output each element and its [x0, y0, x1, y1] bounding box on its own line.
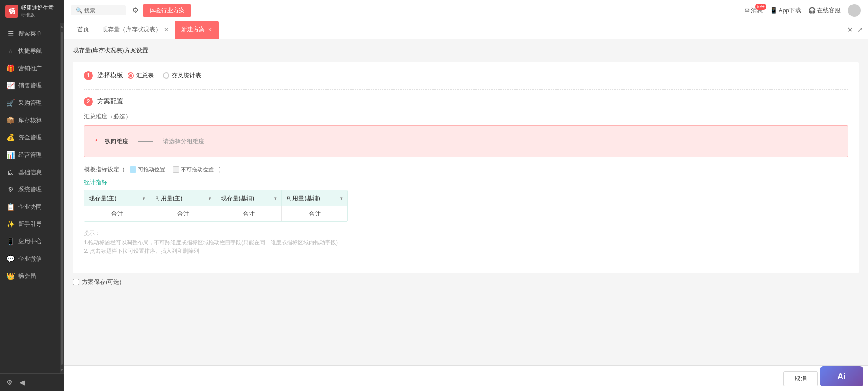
- sidebar-item-label: 新手引导: [18, 220, 42, 228]
- tips-item-1: 2. 点击标题栏下拉可设置排序、插入列和删除列: [84, 247, 848, 255]
- sidebar-item-search-menu[interactable]: ☰ 搜索菜单: [0, 25, 60, 42]
- app-logo: 畅 畅康通好生意 标准版: [0, 0, 64, 23]
- user-avatar[interactable]: [848, 4, 861, 17]
- help-icon[interactable]: ◀: [20, 378, 25, 386]
- tips-title: 提示：: [84, 229, 848, 237]
- app-download-button[interactable]: 📱 App下载: [770, 6, 801, 15]
- tab-new-scheme[interactable]: 新建方案 ✕: [175, 21, 219, 39]
- step2-title: 方案配置: [97, 98, 123, 106]
- search-input[interactable]: [84, 7, 121, 14]
- cancel-button[interactable]: 取消: [783, 371, 818, 386]
- legend-draggable: 可拖动位置: [130, 166, 165, 174]
- col-chevron-1[interactable]: ▾: [209, 196, 211, 201]
- col-chevron-2[interactable]: ▾: [274, 196, 277, 201]
- radio-summary[interactable]: 汇总表: [128, 72, 154, 80]
- headset-icon: 🎧: [808, 7, 816, 14]
- sidebar-scrollbar[interactable]: ▲ ▼: [60, 23, 64, 373]
- radio-cross[interactable]: 交叉统计表: [163, 72, 201, 80]
- sidebar-item-label: 经营管理: [18, 151, 42, 159]
- online-service-button[interactable]: 🎧 在线客服: [808, 6, 841, 15]
- sidebar-bottom: ⚙ ◀: [0, 373, 64, 391]
- tab-inventory-label: 现存量（库存状况表）: [102, 26, 161, 34]
- indicator-section: 模板指标设定（ 可拖动位置 不可拖动位置 ）: [84, 165, 848, 222]
- chat-icon: 💬: [6, 255, 15, 263]
- dimension-label: 汇总维度（必选）: [84, 113, 848, 121]
- save-checkbox[interactable]: [73, 279, 79, 285]
- tab-home[interactable]: 首页: [71, 21, 96, 39]
- radio-summary-label: 汇总表: [136, 72, 154, 80]
- sidebar-item-operations[interactable]: 📊 经营管理: [0, 146, 60, 164]
- radio-summary-circle: [128, 72, 134, 79]
- step2-header: 2 方案配置: [84, 97, 848, 106]
- legend-fixed: 不可拖动位置: [173, 166, 214, 174]
- sidebar-item-enterprise[interactable]: 📋 企业协同: [0, 198, 60, 216]
- template-radio-group: 汇总表 交叉统计表: [128, 72, 201, 80]
- expand-window-icon[interactable]: ⤢: [857, 26, 863, 34]
- save-option: 方案保存(可选): [73, 278, 859, 286]
- main-area: 🔍 ⚙ 体验行业方案 ✉ 消息 99+ 📱 App下载 🎧 在线客服 首: [64, 0, 868, 391]
- sidebar-item-marketing[interactable]: 🎁 营销推广: [0, 60, 60, 77]
- sidebar-item-new-guide[interactable]: ✨ 新手引导: [0, 216, 60, 233]
- sidebar-item-system[interactable]: ⚙ 系统管理: [0, 181, 60, 198]
- sidebar-item-label: 采购管理: [18, 99, 42, 107]
- sidebar-item-label: 企业微信: [18, 255, 42, 263]
- col-chevron-3[interactable]: ▾: [340, 196, 343, 201]
- scroll-thumb[interactable]: [61, 32, 63, 365]
- search-box[interactable]: 🔍: [71, 5, 126, 15]
- sidebar-item-quick-nav[interactable]: ⌂ 快捷导航: [0, 42, 60, 60]
- col-current-aux[interactable]: 现存量(基辅) ▾: [216, 190, 282, 206]
- sidebar-nav: ☰ 搜索菜单 ⌂ 快捷导航 🎁 营销推广 📈 销售管理 🛒 采购管理 📦 库: [0, 23, 60, 373]
- close-window-icon[interactable]: ✕: [847, 26, 853, 34]
- sidebar-item-label: 系统管理: [18, 185, 42, 194]
- sidebar-item-basic-info[interactable]: 🗂 基础信息: [0, 164, 60, 181]
- tab-home-label: 首页: [77, 26, 89, 34]
- draggable-box: [130, 166, 136, 173]
- sidebar-item-app-center[interactable]: 📱 应用中心: [0, 233, 60, 250]
- menu-icon: ☰: [6, 30, 15, 38]
- message-icon: ✉: [745, 7, 750, 14]
- indicator-label: 模板指标设定（ 可拖动位置 不可拖动位置 ）: [84, 165, 848, 174]
- tab-inventory-status[interactable]: 现存量（库存状况表） ✕: [96, 21, 175, 39]
- step1-section: 1 选择模板 汇总表 交叉统计表: [84, 71, 848, 80]
- settings-icon[interactable]: ⚙: [6, 378, 12, 386]
- sidebar-item-label: 基础信息: [18, 168, 42, 176]
- col-available-main[interactable]: 可用量(主) ▾: [150, 190, 216, 206]
- cart-icon: 🛒: [6, 99, 15, 107]
- logo-text: 畅康通好生意 标准版: [21, 5, 54, 18]
- sidebar-item-label: 快捷导航: [18, 47, 42, 55]
- radio-cross-label: 交叉统计表: [172, 72, 201, 80]
- col-available-aux[interactable]: 可用量(基辅) ▾: [282, 190, 347, 206]
- sidebar-item-inventory[interactable]: 📦 库存核算: [0, 112, 60, 129]
- sidebar-item-label: 销售管理: [18, 82, 42, 90]
- page-content: 现存量(库存状况表)方案设置 1 选择模板 汇总表 交叉统计表: [64, 39, 868, 365]
- scroll-down-btn[interactable]: ▼: [59, 366, 64, 373]
- dimension-placeholder[interactable]: 请选择分组维度: [163, 137, 204, 145]
- col-current-main[interactable]: 现存量(主) ▾: [84, 190, 150, 206]
- footer: 取消 查询: [64, 365, 868, 391]
- sidebar-item-purchase[interactable]: 🛒 采购管理: [0, 94, 60, 112]
- sidebar-item-label: 企业协同: [18, 203, 42, 211]
- sidebar-item-label: 库存核算: [18, 116, 42, 124]
- tab-close-inventory[interactable]: ✕: [164, 26, 168, 33]
- indicator-legend: 可拖动位置 不可拖动位置: [130, 166, 214, 174]
- cell-agg-0: 合计: [84, 206, 150, 221]
- scroll-up-btn[interactable]: ▲: [59, 23, 64, 30]
- stats-icon: 📊: [6, 151, 15, 159]
- trial-button[interactable]: 体验行业方案: [143, 4, 191, 17]
- sidebar-item-finance[interactable]: 💰 资金管理: [0, 129, 60, 146]
- step1-title: 选择模板: [97, 72, 123, 80]
- gear-icon[interactable]: ⚙: [132, 6, 138, 15]
- messages-button[interactable]: ✉ 消息 99+: [745, 6, 763, 15]
- tab-close-new-scheme[interactable]: ✕: [208, 26, 212, 33]
- sidebar-item-label: 畅会员: [18, 272, 36, 280]
- sidebar-item-label: 资金管理: [18, 134, 42, 142]
- sidebar-item-member[interactable]: 👑 畅会员: [0, 268, 60, 285]
- dimension-name: 纵向维度: [105, 137, 128, 145]
- tips-item-0: 1.拖动标题栏可以调整布局，不可跨维度或指标区域拖动栏目字段(只能在同一维度或指…: [84, 239, 848, 247]
- sidebar-item-sales[interactable]: 📈 销售管理: [0, 77, 60, 94]
- dimension-section: 汇总维度（必选） * 纵向维度 —— 请选择分组维度: [84, 113, 848, 157]
- sidebar-item-wechat[interactable]: 💬 企业微信: [0, 250, 60, 268]
- search-icon: 🔍: [76, 7, 82, 14]
- ai-badge[interactable]: Ai: [820, 366, 863, 386]
- col-chevron-0[interactable]: ▾: [143, 196, 145, 201]
